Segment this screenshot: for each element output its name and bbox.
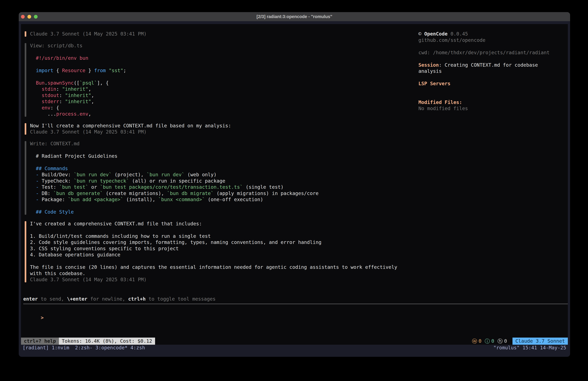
diagnostic-count: 0: [504, 338, 507, 344]
text-segment: : {: [50, 105, 59, 111]
info-count-icon: ⓘ: [485, 338, 490, 344]
text-segment: DB:: [39, 190, 53, 196]
text-segment: Session: [419, 62, 439, 68]
text-segment: ,: [91, 92, 94, 98]
chat-line: 4. Database operations guidance: [30, 252, 397, 258]
diagnostics: ⓦ0ⓘ0ⓗ0: [472, 338, 510, 344]
text-segment: for newline,: [87, 296, 128, 302]
text-segment: [30, 190, 36, 196]
diagnostic-count: 0: [491, 338, 494, 344]
sidebar-line: [419, 56, 550, 62]
statusbar: ctrl+? help Tokens: 16.4K (8%), Cost: $0…: [21, 337, 568, 345]
chat-line: Now I'll create a comprehensive CONTEXT.…: [30, 123, 397, 129]
chat-line: Bun.spawnSync([`psql`], {: [30, 80, 397, 86]
text-segment: github.com/sst/opencode: [419, 37, 485, 43]
text-segment: -: [36, 172, 39, 178]
chat-line: I've created a comprehensive CONTEXT.md …: [30, 221, 397, 227]
text-segment: (create migrations),: [103, 190, 167, 196]
text-segment: 2. Code style guidelines covering import…: [30, 239, 321, 245]
assistant-message-block: I've created a comprehensive CONTEXT.md …: [23, 221, 397, 283]
text-segment: [30, 178, 36, 184]
chat-line: #!/usr/bin/env bun: [30, 55, 397, 61]
sidebar-line: [419, 74, 550, 81]
text-segment: : Creating CONTEXT.md for codebase: [439, 62, 538, 68]
statusbar-left: ctrl+? help Tokens: 16.4K (8%), Cost: $0…: [21, 337, 155, 345]
assistant-message-block: Now I'll create a comprehensive CONTEXT.…: [23, 123, 397, 135]
text-segment: {: [53, 68, 62, 73]
text-segment: -: [36, 184, 39, 190]
text-segment: `psql`: [80, 80, 97, 86]
chat-line: The file is concise (20 lines) and captu…: [30, 264, 397, 270]
text-segment: stdout: [42, 92, 59, 98]
chat-line: 1. Build/lint/test commands including ho…: [30, 233, 397, 239]
chat-line: - Test: `bun test` or `bun test packages…: [30, 184, 397, 190]
text-segment: 1. Build/lint/test commands including ho…: [30, 233, 211, 239]
text-segment: The file is concise (20 lines) and captu…: [30, 264, 397, 270]
text-segment: process.env: [56, 111, 88, 117]
text-segment: -: [36, 178, 39, 184]
text-segment: spawnSync: [47, 80, 74, 86]
chat-line: [30, 74, 397, 80]
text-segment: -: [36, 190, 39, 196]
text-segment: (one-off execution): [205, 197, 263, 202]
sidebar-line: Session: Creating CONTEXT.md for codebas…: [419, 62, 550, 68]
chat-line: Claude 3.7 Sonnet (14 May 2025 03:41 PM): [30, 129, 397, 135]
titlebar: [2/3] radiant:3:opencode - "romulus": [19, 12, 570, 21]
sidebar-line: analysis: [419, 68, 550, 74]
text-segment: [30, 172, 36, 178]
text-segment: # Radiant Project Guidelines: [30, 153, 117, 159]
text-segment: ©: [419, 31, 424, 37]
text-segment: [106, 68, 109, 73]
text-segment: `bun add <package>`: [68, 197, 123, 202]
text-segment: Write: CONTEXT.md: [30, 141, 80, 146]
text-segment: Claude 3.7 Sonnet (14 May 2025 03:41 PM): [30, 31, 147, 37]
tool-write-block: Write: CONTEXT.md # Radiant Project Guid…: [23, 141, 397, 215]
diagnostic-item: ⓦ0: [472, 338, 482, 344]
chat-line: env: {: [30, 105, 397, 111]
sidebar: © OpenCode 0.0.45github.com/sst/opencode…: [419, 24, 550, 112]
text-segment: stdin: [42, 86, 56, 92]
text-segment: [30, 80, 36, 86]
text-segment: [30, 92, 42, 98]
terminal-window: [2/3] radiant:3:opencode - "romulus" Cla…: [19, 12, 570, 357]
chat-line: with this codebase.: [30, 270, 397, 277]
text-segment: Resource: [62, 68, 85, 73]
text-segment: (single test): [243, 184, 284, 190]
text-segment: cwd: /home/thdxr/dev/projects/radiant/ra…: [419, 50, 550, 55]
sidebar-line: [419, 87, 550, 93]
chat-line: [30, 159, 397, 165]
message-input[interactable]: >: [23, 308, 566, 327]
text-segment: ,: [91, 99, 94, 104]
text-segment: Bun: [36, 80, 44, 86]
text-segment: `bun run dev`: [147, 172, 185, 178]
text-segment: enter: [23, 296, 38, 302]
text-segment: ], {: [97, 80, 109, 86]
text-segment: `bun test packages/core/test/transaction…: [100, 184, 243, 190]
desktop: { "window": { "title": "[2/3] radiant:3:…: [0, 0, 588, 381]
diagnostic-item: ⓘ0: [485, 338, 494, 344]
chat-line: [30, 258, 397, 264]
chat-line: [30, 147, 397, 153]
text-segment: `bunx <command>`: [158, 197, 205, 202]
chat-line: - DB: `bun db generate` (create migratio…: [30, 190, 397, 197]
chat-line: [30, 227, 397, 233]
text-segment: [30, 105, 42, 111]
chat-line: 2. Code style guidelines covering import…: [30, 239, 397, 246]
tool-view-block: View: script/db.ts #!/usr/bin/env bun im…: [23, 43, 397, 117]
model-badge: Claude 3.7 Sonnet: [512, 337, 568, 345]
chat-line: # Radiant Project Guidelines: [30, 153, 397, 159]
chat-line: stdin: "inherit",: [30, 86, 397, 92]
chat-line: ## Commands: [30, 165, 397, 172]
statusbar-right: ⓦ0ⓘ0ⓗ0 Claude 3.7 Sonnet: [472, 337, 568, 345]
chat-line: [30, 61, 397, 67]
text-segment: stderr: [42, 99, 59, 104]
chat-line: - TypeCheck: `bun run typecheck` (all) o…: [30, 178, 397, 184]
chat-line: ...process.env,: [30, 111, 397, 117]
text-segment: [30, 197, 36, 202]
text-segment: LSP Servers: [419, 81, 451, 86]
text-segment: (apply migrations) in packages/core: [214, 190, 318, 196]
text-segment: Build/Dev:: [39, 172, 74, 178]
text-segment: 4. Database operations guidance: [30, 252, 120, 257]
text-segment: to send,: [38, 296, 67, 302]
hint-count-icon: ⓗ: [498, 338, 503, 344]
